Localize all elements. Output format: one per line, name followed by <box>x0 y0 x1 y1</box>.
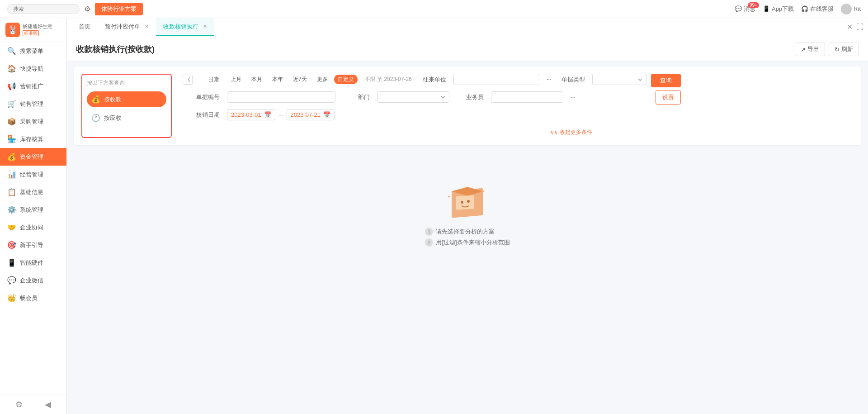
empty-tip-2: 2 用[过滤]条件来缩小分析范围 <box>425 238 509 247</box>
headset-icon: 🎧 <box>801 5 808 12</box>
tab-home[interactable]: 首页 <box>71 18 98 36</box>
filter-collapse-button[interactable]: 《 <box>183 75 193 85</box>
tip-num-1: 1 <box>425 228 433 236</box>
sidebar-item-search[interactable]: 🔍 搜索菜单 <box>0 42 66 60</box>
sidebar-item-basic-info[interactable]: 📋 基础信息 <box>0 183 66 201</box>
industry-button[interactable]: 体验行业方案 <box>95 3 143 15</box>
export-label: 导出 <box>807 45 819 53</box>
phone-icon: 📱 <box>763 5 770 12</box>
online-service-label: 在线客服 <box>810 5 834 13</box>
tab-bar: 首页 预付冲应付单 ✕ 收款核销执行 ✕ ✕ ⛶ <box>67 18 868 36</box>
online-service-button[interactable]: 🎧 在线客服 <box>801 5 834 13</box>
custom-date-badge[interactable]: 自定义 <box>334 75 358 84</box>
sidebar-item-cooperation[interactable]: 🤝 企业协同 <box>0 219 66 236</box>
filter-option-by-receivable[interactable]: 🕐 按应收 <box>87 110 166 126</box>
sidebar-item-purchase[interactable]: 📦 采购管理 <box>0 113 66 130</box>
bill-type-select[interactable] <box>592 74 646 85</box>
empty-tips: 1 请先选择要分析的方案 2 用[过滤]条件来缩小分析范围 <box>425 228 509 247</box>
refresh-icon: ↻ <box>835 46 840 53</box>
sidebar-label-hardware: 智能硬件 <box>20 259 43 267</box>
dept-label: 部门 <box>343 93 370 101</box>
search-input[interactable] <box>7 4 80 14</box>
logo-text-block: 畅捷通好生意 标准版 <box>23 23 52 37</box>
device-icon: 📱 <box>7 258 16 267</box>
svg-text:✦: ✦ <box>447 194 451 199</box>
tab-collection[interactable]: 收款核销执行 ✕ <box>156 18 214 36</box>
search-icon: 🔍 <box>7 47 16 55</box>
sidebar-item-inventory[interactable]: 🏪 库存核算 <box>0 130 66 148</box>
dept-select[interactable] <box>377 91 449 103</box>
gear-icon[interactable]: ⚙ <box>84 5 90 13</box>
tab-collection-close[interactable]: ✕ <box>203 24 207 29</box>
messages-button[interactable]: 💬 消息 99+ <box>735 5 755 13</box>
date-btn-this-month[interactable]: 本月 <box>248 75 266 84</box>
version-tag: 标准版 <box>23 30 39 36</box>
verify-date-start[interactable]: 2023-03-01 📅 <box>227 109 275 120</box>
calendar-start-icon: 📅 <box>264 111 271 118</box>
date-btn-more[interactable]: 更多 <box>313 75 331 84</box>
setting-button[interactable]: 设置 <box>656 90 681 105</box>
sidebar-item-marketing[interactable]: 📢 营销推广 <box>0 77 66 95</box>
sidebar-item-newbie[interactable]: 🎯 新手引导 <box>0 236 66 254</box>
chat-icon: 💬 <box>735 5 742 12</box>
app-download-button[interactable]: 📱 App下载 <box>763 5 794 13</box>
sidebar-item-system[interactable]: ⚙️ 系统管理 <box>0 201 66 219</box>
clipboard-icon: 📋 <box>7 188 16 196</box>
query-button[interactable]: 查询 <box>651 74 681 87</box>
sidebar-item-finance[interactable]: 💰 资金管理 <box>0 148 66 166</box>
collapse-more-button[interactable]: ∧∧ 收起更多条件 <box>550 127 592 138</box>
staff-input[interactable] <box>491 91 563 103</box>
top-bar-left: ⚙ 体验行业方案 <box>7 3 143 15</box>
collapse-more-label: 收起更多条件 <box>560 128 592 136</box>
user-profile[interactable]: Rit <box>841 4 861 14</box>
tab-home-label: 首页 <box>79 23 90 31</box>
svg-point-4 <box>467 200 470 203</box>
sidebar-label-sales: 销售管理 <box>20 100 43 108</box>
svg-text:✦: ✦ <box>480 188 486 195</box>
dept-select-wrap <box>377 91 449 103</box>
filter-row-2: 单据编号 部门 业务员 ··· <box>193 91 646 103</box>
sidebar-label-system: 系统管理 <box>20 206 43 214</box>
date-btn-7days[interactable]: 近7天 <box>289 75 311 84</box>
tab-prepay-close[interactable]: ✕ <box>145 24 149 29</box>
sidebar-item-quick-nav[interactable]: 🏠 快捷导航 <box>0 60 66 77</box>
partner-dots[interactable]: ··· <box>547 75 551 84</box>
messages-badge: 99+ <box>748 2 759 8</box>
staff-label: 业务员 <box>457 93 484 101</box>
sidebar-item-hardware[interactable]: 📱 智能硬件 <box>0 254 66 271</box>
tab-prepay[interactable]: 预付冲应付单 ✕ <box>98 18 156 36</box>
tab-prepay-label: 预付冲应付单 <box>105 23 140 31</box>
tab-expand-button[interactable]: ⛶ <box>856 23 863 31</box>
svg-point-3 <box>461 201 463 204</box>
content-area: 首页 预付冲应付单 ✕ 收款核销执行 ✕ ✕ ⛶ 收款核销执行(按收款) <box>67 18 868 414</box>
date-btn-last-month[interactable]: 上月 <box>227 75 245 84</box>
sidebar-item-sales[interactable]: 🛒 销售管理 <box>0 95 66 113</box>
settings-icon[interactable]: ⚙ <box>15 400 23 409</box>
filter-option-by-receipt[interactable]: 💰 按收款 <box>87 91 166 107</box>
export-button[interactable]: ↗ 导出 <box>795 43 825 56</box>
partner-input[interactable] <box>453 74 539 85</box>
empty-tip-2-text: 用[过滤]条件来缩小分析范围 <box>436 238 509 247</box>
avatar <box>841 4 852 14</box>
tab-close-button[interactable]: ✕ <box>847 23 853 31</box>
collapse-sidebar-icon[interactable]: ◀ <box>45 400 51 409</box>
staff-dots[interactable]: ··· <box>571 92 575 102</box>
partner-label: 往来单位 <box>419 76 446 84</box>
refresh-button[interactable]: ↻ 刷新 <box>829 43 859 56</box>
top-bar: ⚙ 体验行业方案 💬 消息 99+ 📱 App下载 🎧 在线客服 Rit <box>0 0 868 18</box>
box-icon: 📦 <box>7 117 16 126</box>
date-btn-this-year[interactable]: 本年 <box>269 75 287 84</box>
filter-fields: 日期 上月 本月 本年 近7天 更多 自定义 不限 至 2023-07-26 往… <box>193 74 646 138</box>
sidebar-label-finance: 资金管理 <box>20 153 43 161</box>
username-label: Rit <box>854 5 861 12</box>
sidebar-item-member[interactable]: 👑 畅会员 <box>0 289 66 307</box>
receivable-icon: 🕐 <box>91 114 100 122</box>
bill-no-input[interactable] <box>227 91 335 103</box>
sidebar-item-wechat[interactable]: 💬 企业微信 <box>0 271 66 289</box>
export-icon: ↗ <box>801 46 806 53</box>
bill-type-label: 单据类型 <box>558 76 585 84</box>
sidebar-label-quick-nav: 快捷导航 <box>20 65 43 73</box>
sidebar-item-business[interactable]: 📊 经营管理 <box>0 166 66 183</box>
target-icon: 🎯 <box>7 241 16 249</box>
verify-date-end[interactable]: 2023-07-21 📅 <box>287 109 335 120</box>
